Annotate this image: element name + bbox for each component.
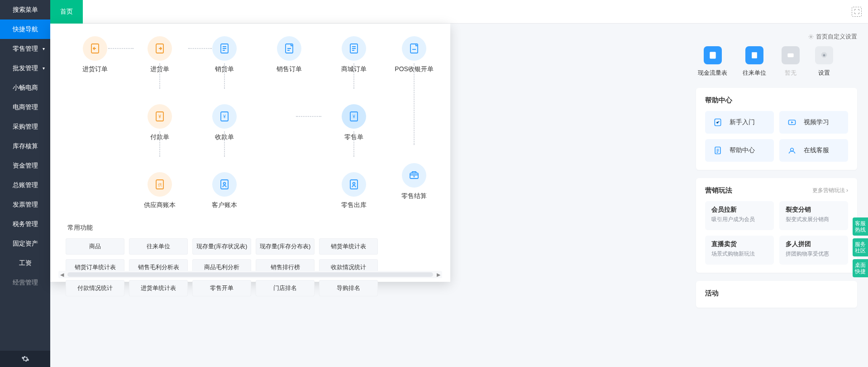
flow-mall-order[interactable]: 商城订单: [321, 36, 386, 73]
flow-sales-bill[interactable]: 销货单: [192, 36, 257, 73]
help-label: 视频学习: [804, 118, 829, 126]
common-btn[interactable]: 现存量(库存状况表): [192, 238, 251, 255]
fullscreen-icon[interactable]: ⛶: [852, 7, 862, 17]
money-doc-icon: ¥: [342, 104, 366, 129]
help-support[interactable]: 在线客服: [779, 139, 848, 162]
flow-retail-bill[interactable]: ¥ 零售单: [321, 104, 386, 141]
sidebar-item-label: 小畅电商: [13, 84, 38, 92]
sidebar-item-invoice[interactable]: 发票管理: [0, 195, 50, 214]
sidebar-item-label: 库存核算: [13, 142, 38, 150]
common-btn[interactable]: 往来单位: [129, 238, 188, 255]
chevron-down-icon: ▾: [43, 46, 45, 51]
marketing-card: 营销玩法 更多营销玩法 › 会员拉新 吸引用户成为会员 裂变分销 裂变式发展分销…: [696, 178, 857, 273]
sidebar-settings[interactable]: [0, 351, 50, 367]
flyout-scrollbar[interactable]: ◀ ▶: [58, 271, 442, 278]
common-btn[interactable]: 导购排名: [319, 280, 378, 296]
sidebar-item-tax[interactable]: 税务管理: [0, 214, 50, 234]
help-getting-started[interactable]: 新手入门: [705, 111, 774, 134]
common-btn-label: 销售排行榜: [271, 263, 300, 271]
sidebar-item-ledger[interactable]: 总账管理: [0, 175, 50, 195]
mkt-item[interactable]: 会员拉新 吸引用户成为会员: [705, 201, 774, 230]
common-btn-label: 销货单统计表: [331, 242, 366, 251]
common-btn[interactable]: 进货单统计表: [129, 280, 188, 296]
floating-stickies: 客服热线 服务社区 桌面快捷: [853, 217, 868, 277]
sidebar-search-label: 搜索菜单: [13, 6, 38, 14]
supplier-ledger-icon: 供: [148, 172, 172, 197]
tab-label: 首页: [60, 8, 73, 16]
sidebar-item-quicknav[interactable]: 快捷导航: [0, 19, 50, 39]
sidebar-item-inventory[interactable]: 库存核算: [0, 136, 50, 156]
svg-rect-23: [787, 53, 793, 57]
common-btn-label: 销售毛利分析表: [138, 263, 179, 271]
common-btn[interactable]: 销货单统计表: [319, 238, 378, 255]
sidebar-item-label: 工资: [19, 259, 32, 267]
sidebar-item-label: 快捷导航: [13, 25, 38, 34]
flow-sales-order[interactable]: 销售订单: [257, 36, 322, 73]
tile-settings[interactable]: 设置: [815, 46, 833, 77]
common-btn[interactable]: 零售开单: [192, 280, 251, 296]
flow-purchase-bill[interactable]: 进货单: [128, 36, 192, 73]
marketing-more-link[interactable]: 更多营销玩法 ›: [812, 187, 848, 194]
sidebar-item-funds[interactable]: 资金管理: [0, 156, 50, 175]
mkt-item[interactable]: 裂变分销 裂变式发展分销商: [779, 201, 848, 230]
sidebar-item-label: 采购管理: [13, 123, 38, 131]
tile-label: 往来单位: [743, 69, 766, 77]
sidebar-item-wholesale[interactable]: 批发管理 ▾: [0, 58, 50, 78]
sidebar-search[interactable]: 搜索菜单: [0, 0, 50, 19]
flow-pos-open[interactable]: POS收银开单: [386, 36, 442, 73]
sticky-desktop-shortcut[interactable]: 桌面快捷: [853, 259, 868, 277]
common-btn[interactable]: 商品: [66, 238, 124, 255]
tile-cashflow[interactable]: 现金流量表: [698, 46, 727, 77]
sidebar-item-operation[interactable]: 经营管理: [0, 273, 50, 292]
flow-purchase-order[interactable]: 进货订单: [63, 36, 128, 73]
flow-customer-ledger[interactable]: 客户账本: [192, 172, 257, 209]
common-btn[interactable]: 现存量(库存分布表): [256, 238, 315, 255]
tab-home[interactable]: 首页: [50, 0, 83, 24]
retail-out-icon: [342, 172, 366, 197]
flow-receipt-bill[interactable]: ¥ 收款单: [192, 104, 257, 141]
sticky-hotline[interactable]: 客服热线: [853, 217, 868, 236]
sidebar: 搜索菜单 快捷导航 零售管理 ▾ 批发管理 ▾ 小畅电商 电商管理 采购管理 库…: [0, 0, 50, 367]
scroll-track[interactable]: [67, 272, 433, 277]
quicknav-flyout: 进货订单 进货单 ¥ 付款单: [50, 24, 450, 282]
checklist-icon: [212, 36, 237, 61]
sticky-community[interactable]: 服务社区: [853, 238, 868, 256]
common-btn-label: 收款情况统计: [331, 263, 366, 271]
help-video[interactable]: 视频学习: [779, 111, 848, 134]
svg-rect-17: [410, 44, 418, 53]
tile-contacts[interactable]: 往来单位: [743, 46, 766, 77]
scroll-left-icon[interactable]: ◀: [58, 272, 66, 278]
home-custom-settings-link[interactable]: 首页自定义设置: [696, 33, 857, 41]
svg-point-28: [791, 148, 794, 151]
common-functions-grid: 商品 往来单位 现存量(库存状况表) 现存量(库存分布表) 销货单统计表 销货订…: [63, 238, 442, 296]
sidebar-item-label: 零售管理: [13, 45, 38, 53]
gear-icon: [815, 46, 833, 64]
sidebar-item-label: 资金管理: [13, 162, 38, 170]
video-icon: [786, 116, 798, 129]
sidebar-item-label: 总账管理: [13, 181, 38, 189]
flow-retail-settle[interactable]: ¥ 零售结算: [386, 163, 442, 200]
flow-payment-bill[interactable]: ¥ 付款单: [128, 104, 192, 141]
sidebar-item-ecommerce[interactable]: 电商管理: [0, 97, 50, 117]
sidebar-item-label: 发票管理: [13, 201, 38, 209]
sidebar-item-xcds[interactable]: 小畅电商: [0, 78, 50, 97]
sidebar-item-fixed-assets[interactable]: 固定资产: [0, 234, 50, 253]
right-column: 首页自定义设置 现金流量表 往来单位 暂无 设置 帮助中心 新手入门: [696, 24, 868, 367]
common-btn[interactable]: 门店排名: [256, 280, 315, 296]
flow-retail-out[interactable]: 零售出库: [321, 172, 386, 209]
svg-point-10: [224, 183, 226, 185]
tile-empty[interactable]: 暂无: [782, 46, 800, 77]
sidebar-item-salary[interactable]: 工资: [0, 253, 50, 273]
building-icon: [745, 46, 763, 64]
mkt-item[interactable]: 多人拼团 拼团购物享受优惠: [779, 236, 848, 265]
common-btn-label: 销货订单统计表: [75, 263, 116, 271]
help-center[interactable]: 帮助中心: [705, 139, 774, 162]
sticky-label: 桌面快捷: [855, 262, 866, 275]
mkt-item[interactable]: 直播卖货 场景式购物新玩法: [705, 236, 774, 265]
sidebar-item-purchase[interactable]: 采购管理: [0, 117, 50, 136]
common-btn[interactable]: 付款情况统计: [66, 280, 124, 296]
sidebar-item-retail[interactable]: 零售管理 ▾: [0, 39, 50, 58]
flow-supplier-ledger[interactable]: 供 供应商账本: [128, 172, 192, 209]
marketing-title: 营销玩法: [705, 186, 732, 195]
scroll-right-icon[interactable]: ▶: [435, 272, 442, 278]
